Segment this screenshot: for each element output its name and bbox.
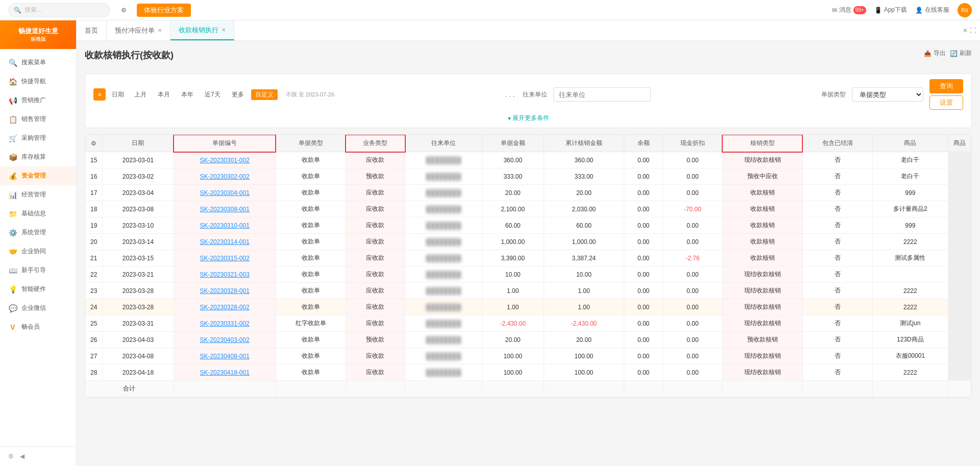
sidebar-item-business[interactable]: 📊 经营管理 [0,185,76,204]
sidebar-item-label: 搜索菜单 [21,58,46,67]
col-date: 日期 [103,135,174,152]
cell-include-settled: 否 [802,348,872,364]
settings-icon[interactable]: ⚙ [116,3,131,17]
bill-type-select[interactable]: 单据类型 [852,87,923,102]
tab-bar: 首页 预付冲应付单 ✕ 收款核销执行 ✕ ✕ ⛶ [77,20,980,41]
date-option-more[interactable]: 更多 [228,89,248,100]
cell-bill-type: 收款单 [276,348,346,364]
partner-input[interactable] [553,87,651,102]
collapse-icon[interactable]: ◀ [20,453,24,460]
sidebar-item-inventory[interactable]: 📦 库存核算 [0,148,76,166]
bill-no-link[interactable]: SK-20230304-001 [200,189,249,197]
table-row: 182023-03-08SK-20230308-001收款单应收款███████… [85,201,971,217]
table-header-row: ⚙ 日期 单据编号 单据类型 业务类型 往来单位 单据金额 累计核销金额 余额 … [85,135,971,152]
cell-amount: 3,390.00 [482,250,544,266]
sidebar-item-quick-nav[interactable]: 🏠 快捷导航 [0,72,76,91]
sidebar-item-hardware[interactable]: 💡 智能硬件 [0,280,76,299]
bill-no-link[interactable]: SK-20230308-001 [200,206,249,213]
sidebar-item-label: 营销推广 [21,96,46,105]
sidebar-bottom: ⚙ ◀ [0,446,76,466]
messages-btn[interactable]: ✉ 消息 99+ [832,6,866,14]
sidebar-item-guide[interactable]: 📖 新手引导 [0,261,76,280]
top-right-actions: 📤 导出 🔄 刷新 [924,49,972,58]
bill-no-link[interactable]: SK-20230315-002 [200,255,249,262]
tab-close-all-icon[interactable]: ✕ [963,27,968,34]
bill-no-link[interactable]: SK-20230328-002 [200,304,249,311]
query-button[interactable]: 查询 [929,79,963,93]
sidebar-item-label: 智能硬件 [21,285,46,293]
table-row: 152023-03-01SK-20230301-002收款单应收款███████… [85,152,971,168]
action-buttons: 查询 设置 [929,79,963,110]
table-body: 152023-03-01SK-20230301-002收款单应收款███████… [85,152,971,381]
cell-cash-discount: 0.00 [663,266,723,283]
cell-bill-type: 收款单 [276,217,346,234]
bill-no-link[interactable]: SK-20230321-003 [200,271,249,278]
tab-home[interactable]: 首页 [77,20,107,40]
cell-biz-type: 应收款 [346,315,405,332]
bill-no-link[interactable]: SK-20230314-001 [200,238,249,246]
sidebar-item-wechat[interactable]: 💬 企业微信 [0,299,76,317]
cell-row-num: 20 [85,234,103,250]
cell-goods: 2222 [872,283,948,299]
footer-partner [405,381,482,397]
sidebar-item-system[interactable]: ⚙️ 系统管理 [0,223,76,242]
cell-goods2 [948,201,971,217]
setting-button[interactable]: 设置 [929,95,963,110]
sidebar-item-member[interactable]: V 畅会员 [0,317,76,336]
cell-amount: 1.00 [482,299,544,315]
date-option-this-month[interactable]: 本月 [154,89,174,100]
cell-amount: 1,000.00 [482,234,544,250]
col-gear[interactable]: ⚙ [85,135,103,152]
top-header: 🔍 搜索... ⚙ 体验行业方案 ✉ 消息 99+ 📱 App下载 👤 在线客服… [0,0,980,20]
tab-close-receipt[interactable]: ✕ [222,27,226,33]
sidebar-item-label: 基础信息 [21,209,46,218]
bill-no-link[interactable]: SK-20230418-001 [200,369,249,376]
tab-prepay[interactable]: 预付冲应付单 ✕ [107,20,170,40]
bill-no-link[interactable]: SK-20230328-001 [200,287,249,295]
experience-button[interactable]: 体验行业方案 [137,4,191,17]
cell-cancel-type: 现结收款核销 [722,299,802,315]
bill-no-link[interactable]: SK-20230331-002 [200,320,249,327]
bill-no-link[interactable]: SK-20230302-002 [200,173,249,180]
cell-balance: 0.00 [624,152,663,168]
tab-receipt-exec[interactable]: 收款核销执行 ✕ [170,20,234,40]
cell-date: 2023-03-01 [103,152,174,168]
bill-no-link[interactable]: SK-20230408-001 [200,353,249,360]
table-row: 222023-03-21SK-20230321-003收款单应收款███████… [85,266,971,283]
tab-expand-icon[interactable]: ⛶ [970,27,976,34]
cell-amount: 20.00 [482,185,544,201]
cell-bill-type: 收款单 [276,299,346,315]
cell-row-num: 15 [85,152,103,168]
refresh-button[interactable]: 🔄 刷新 [950,49,972,58]
export-button[interactable]: 📤 导出 [924,49,946,58]
sidebar-item-purchase[interactable]: 🛒 采购管理 [0,129,76,148]
avatar[interactable]: Rit [958,3,972,17]
cell-balance: 0.00 [624,168,663,185]
date-option-this-year[interactable]: 本年 [177,89,198,100]
table-scroll[interactable]: ⚙ 日期 单据编号 单据类型 业务类型 往来单位 单据金额 累计核销金额 余额 … [85,135,971,397]
bill-no-link[interactable]: SK-20230301-002 [200,157,249,164]
cart-icon: 🛒 [8,134,17,142]
top-search[interactable]: 🔍 搜索... [8,3,110,17]
bill-no-link[interactable]: SK-20230310-001 [200,222,249,229]
expand-more-btn[interactable]: ▾ 展开更多条件 [508,114,549,122]
online-service-btn[interactable]: 👤 在线客服 [915,6,949,14]
tab-close-prepay[interactable]: ✕ [158,28,162,33]
footer-bill-type [276,381,346,397]
app-download-btn[interactable]: 📱 App下载 [874,6,907,14]
date-option-last-month[interactable]: 上月 [130,89,151,100]
date-option-7days[interactable]: 近7天 [201,89,225,100]
bill-no-link[interactable]: SK-20230403-002 [200,336,249,344]
filter-toggle-btn[interactable]: » [93,88,106,101]
cell-partner: ████████ [405,201,482,217]
sidebar-item-search[interactable]: 🔍 搜索菜单 [0,53,76,72]
sidebar-item-base-info[interactable]: 📁 基础信息 [0,204,76,223]
cell-include-settled: 否 [802,266,872,283]
date-option-custom[interactable]: 自定义 [251,89,278,100]
sidebar-item-finance[interactable]: 💰 资金管理 [0,166,76,185]
sidebar-item-enterprise[interactable]: 🤝 企业协同 [0,242,76,261]
cell-goods2 [948,217,971,234]
sidebar-item-sales[interactable]: 📋 销售管理 [0,110,76,129]
sidebar-item-marketing[interactable]: 📢 营销推广 [0,91,76,110]
settings-bottom-icon[interactable]: ⚙ [8,453,14,460]
